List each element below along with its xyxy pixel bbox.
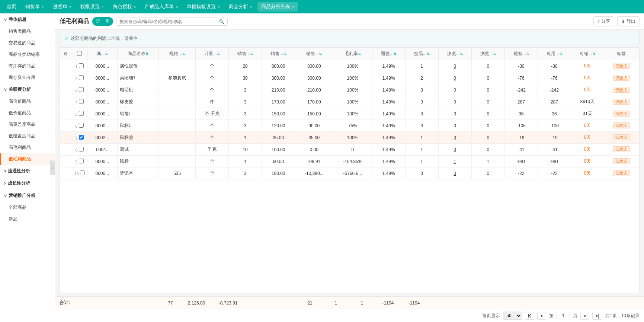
browse1-link[interactable]: 0 xyxy=(454,171,456,176)
row-checkbox-cell[interactable]: 2 xyxy=(72,72,87,84)
row-browse1[interactable]: 0 xyxy=(438,168,471,179)
close-icon[interactable]: × xyxy=(69,5,71,9)
row-checkbox[interactable] xyxy=(79,123,84,128)
sidebar-section-liquidity[interactable]: > 流通性分析 xyxy=(0,165,55,177)
browse1-link[interactable]: 0 xyxy=(454,111,456,117)
sidebar-item-traded-products[interactable]: 交易过的商品 xyxy=(0,37,55,49)
column-browse1[interactable]: 浏览...⇅ xyxy=(438,48,471,60)
close-icon[interactable]: × xyxy=(292,5,294,9)
row-browse1[interactable]: 1 xyxy=(438,156,471,168)
row-browse1[interactable]: 0 xyxy=(438,96,471,108)
sidebar-section-growth[interactable]: > 成长性分析 xyxy=(0,177,55,189)
search-icon[interactable]: 🔍 xyxy=(219,19,224,24)
row-browse1[interactable]: 0 xyxy=(438,72,471,84)
browse1-link[interactable]: 1 xyxy=(454,159,456,164)
row-name[interactable]: 吴细细1 xyxy=(117,72,159,84)
browse1-link[interactable]: 0 xyxy=(454,64,456,69)
browse1-link[interactable]: 0 xyxy=(454,76,456,81)
close-icon[interactable]: × xyxy=(42,5,44,9)
column-gross-rate[interactable]: 毛利率⇅ xyxy=(333,48,372,60)
search-input[interactable] xyxy=(119,19,217,24)
column-current[interactable]: 现有...⇅ xyxy=(504,48,538,60)
sidebar-item-inventory-capital[interactable]: 库存资金占用 xyxy=(0,72,55,83)
sidebar-item-category-rate[interactable]: 商品分类助销率 xyxy=(0,49,55,60)
nav-product-analysis-list[interactable]: 商品分析列表 × xyxy=(257,2,298,12)
browse1-link[interactable]: 0 xyxy=(454,99,456,105)
nav-product-analysis[interactable]: 商品分析 × xyxy=(225,2,256,12)
row-checkbox[interactable] xyxy=(79,135,84,140)
sidebar-item-low-value[interactable]: 低价值商品 xyxy=(0,107,55,119)
close-icon[interactable]: × xyxy=(134,5,136,9)
sidebar-section-marketing[interactable]: ∨ 营销推广分析 xyxy=(0,189,55,202)
row-name[interactable]: 笔记本 xyxy=(117,168,159,179)
row-checkbox[interactable] xyxy=(79,99,84,104)
export-button[interactable]: ⬇ 导出 xyxy=(617,16,640,26)
nav-purchase-order[interactable]: 进货单 × xyxy=(49,2,75,12)
browse1-link[interactable]: 0 xyxy=(454,87,456,93)
close-icon[interactable]: × xyxy=(218,5,220,9)
share-button[interactable]: ⤴ 分享 xyxy=(593,16,614,26)
row-name[interactable]: 铅笔1 xyxy=(117,108,159,120)
row-checkbox[interactable] xyxy=(79,87,84,92)
row-name[interactable]: 橡皮擦 xyxy=(117,96,159,108)
row-name[interactable]: 鼠标 xyxy=(117,156,159,168)
last-page-button[interactable]: >| xyxy=(592,312,602,320)
row-name[interactable]: 属性定价 xyxy=(117,60,159,72)
row-browse1[interactable]: 0 xyxy=(438,132,471,144)
per-page-select[interactable]: 50 100 200 xyxy=(503,312,522,320)
column-code[interactable]: 商...⇅ xyxy=(87,48,117,60)
column-available[interactable]: 可用...⇅ xyxy=(538,48,571,60)
row-checkbox-cell[interactable]: 8 xyxy=(72,144,87,156)
column-select-all[interactable] xyxy=(72,48,87,60)
row-checkbox[interactable] xyxy=(79,75,84,80)
column-spec[interactable]: 规格...⇅ xyxy=(159,48,196,60)
sidebar-section-overview[interactable]: ∨ 整体信息 xyxy=(0,13,55,26)
close-icon[interactable]: × xyxy=(102,5,104,9)
column-sales-amount[interactable]: 销售...⇅ xyxy=(295,48,333,60)
select-all-checkbox[interactable] xyxy=(77,51,82,56)
row-checkbox[interactable] xyxy=(79,159,84,163)
row-browse1[interactable]: 0 xyxy=(438,144,471,156)
sidebar-item-high-value[interactable]: 高价值商品 xyxy=(0,96,55,107)
sidebar-item-stocked-products[interactable]: 有库存的商品 xyxy=(0,60,55,72)
nav-role-auth[interactable]: 角色授权 × xyxy=(109,2,140,12)
column-browse2[interactable]: 浏览...⇅ xyxy=(471,48,504,60)
column-coverage[interactable]: 覆盖...⇅ xyxy=(372,48,405,60)
sidebar-item-high-coverage[interactable]: 高覆盖度商品 xyxy=(0,119,55,130)
nav-permission-settings[interactable]: 权限设置 × xyxy=(77,2,108,12)
sidebar-item-new-products[interactable]: 新品 xyxy=(0,213,55,225)
sidebar-item-low-coverage[interactable]: 低覆盖度商品 xyxy=(0,130,55,142)
sidebar-item-low-margin[interactable]: 低毛利商品 xyxy=(0,153,55,165)
sidebar-section-correlation[interactable]: ∨ 关联度分析 xyxy=(0,83,55,96)
nav-product-entry[interactable]: 产成品入库单 × xyxy=(141,2,182,12)
row-browse1[interactable]: 0 xyxy=(438,108,471,120)
sidebar-item-all-products[interactable]: 全部商品 xyxy=(0,202,55,213)
row-checkbox[interactable] xyxy=(80,170,85,175)
column-name[interactable]: 商品名称⇅ xyxy=(117,48,159,60)
row-name[interactable]: 鼠标垫 xyxy=(117,132,159,144)
row-browse1[interactable]: 0 xyxy=(438,84,471,96)
row-checkbox-cell[interactable]: 7 xyxy=(72,132,87,144)
row-checkbox-cell[interactable]: 9 xyxy=(72,156,87,168)
first-page-button[interactable]: K xyxy=(525,312,534,320)
row-checkbox-cell[interactable]: 1 xyxy=(72,60,87,72)
column-sales-price[interactable]: 销售...⇅ xyxy=(262,48,295,60)
row-browse1[interactable]: 0 xyxy=(438,60,471,72)
row-checkbox[interactable] xyxy=(79,111,84,116)
column-saleable[interactable]: 可销...⇅ xyxy=(571,48,604,60)
row-checkbox-cell[interactable]: 4 xyxy=(72,96,87,108)
date-filter-button[interactable]: 近一月 xyxy=(92,17,113,26)
close-icon[interactable]: × xyxy=(250,5,252,9)
next-page-button[interactable]: > xyxy=(580,312,589,320)
row-name[interactable]: 电话机 xyxy=(117,84,159,96)
row-checkbox[interactable] xyxy=(79,147,84,152)
nav-home[interactable]: 首页 xyxy=(3,2,20,12)
nav-template-settings[interactable]: 单据模板设置 × xyxy=(183,2,224,12)
sidebar-item-high-margin[interactable]: 高毛利商品 xyxy=(0,142,55,153)
sidebar-collapse-button[interactable]: « xyxy=(50,160,55,175)
close-icon[interactable]: × xyxy=(176,5,178,9)
column-sales-qty[interactable]: 销售...⇅ xyxy=(229,48,262,60)
row-checkbox-cell[interactable]: 5 xyxy=(72,108,87,120)
prev-page-button[interactable]: < xyxy=(537,312,546,320)
browse1-link[interactable]: 0 xyxy=(454,123,456,128)
